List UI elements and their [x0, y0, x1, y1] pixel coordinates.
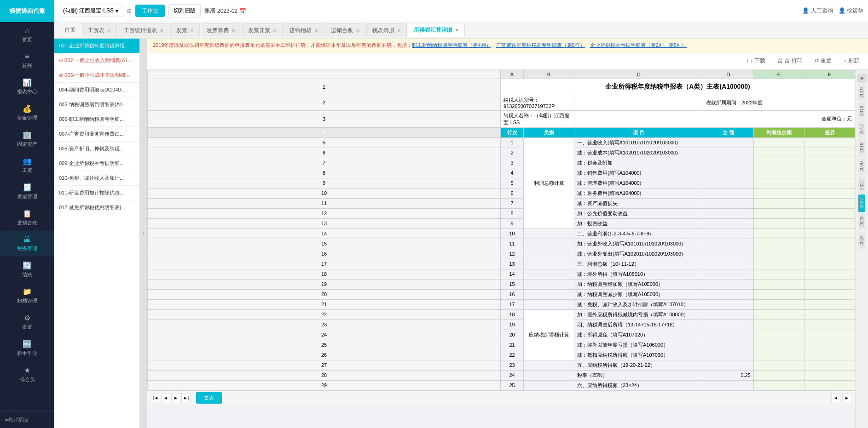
download-button[interactable]: ↓ ↓ 下载	[743, 55, 769, 67]
year-item-2020[interactable]: 2020	[858, 158, 865, 175]
tab-purchase-audit[interactable]: 进销稽核 ✕	[284, 23, 324, 37]
sidebar-item-reports[interactable]: 📊 报表中心	[0, 74, 54, 100]
cell-num[interactable]: 3	[501, 158, 524, 168]
year-item-2017[interactable]: 2017	[858, 120, 865, 138]
cell-item[interactable]: 减：抵扣应纳税所得额（填写A107030）	[574, 350, 703, 360]
cell-diff[interactable]	[804, 360, 855, 370]
tab-tax-table[interactable]: 税表清册 ✕	[366, 23, 407, 37]
cell-num[interactable]: 17	[501, 299, 524, 309]
company-selector[interactable]: (勾删) 江西服宝-LSS ▾	[59, 5, 123, 17]
tab-invoice-open[interactable]: 发票开票 ✕	[242, 23, 283, 37]
close-icon[interactable]: ✕	[190, 28, 194, 33]
cell-amount[interactable]	[703, 178, 754, 188]
cell-num[interactable]: 20	[501, 330, 524, 340]
cell-num[interactable]: 11	[501, 239, 524, 249]
cell-item[interactable]: 加：投资收益	[574, 218, 703, 228]
sidebar-item-settings[interactable]: ⚙ 设置	[0, 309, 54, 335]
cell-item[interactable]: 二、营业利润(1-2-3-4-5-6-7-8+9)	[574, 228, 703, 239]
cell-profit[interactable]	[754, 360, 804, 370]
print-button[interactable]: 🖨 🖨 打印	[774, 55, 805, 67]
cell-profit[interactable]	[754, 330, 804, 340]
cell-item[interactable]: 减：纳税调整减少额（填写A105000）	[574, 289, 703, 299]
scroll-left[interactable]: ◄	[831, 393, 840, 402]
close-icon[interactable]: ✕	[231, 28, 235, 33]
cell-num[interactable]: 8	[501, 208, 524, 218]
cell-amount[interactable]	[703, 380, 754, 390]
left-panel-item-007[interactable]: 007-广告费和业务宣传费跌...	[54, 127, 139, 142]
cell-num[interactable]: 13	[501, 259, 524, 269]
copy-icon[interactable]: ⊞	[127, 8, 132, 14]
cell-item[interactable]: 三、利润总额（10+11-12）	[574, 259, 703, 269]
cell-item[interactable]: 加：营业外收入(填写A101010\101020\103000)	[574, 239, 703, 249]
tab-invoice[interactable]: 发票 ✕	[170, 23, 200, 37]
cell-num[interactable]: 25	[501, 380, 524, 390]
tab-income-tax[interactable]: 所得税汇算清缴 ✕	[408, 23, 465, 37]
cell-item[interactable]: 减：资产减值损失	[574, 198, 703, 208]
cell-diff[interactable]	[804, 249, 855, 259]
cell-amount[interactable]	[703, 269, 754, 279]
cell-diff[interactable]	[804, 208, 855, 218]
cell-diff[interactable]	[804, 320, 855, 330]
cell-profit[interactable]	[754, 178, 804, 188]
cell-amount[interactable]	[703, 279, 754, 289]
left-panel-item-002[interactable]: 002-一般企业收入明细表(A1...	[54, 53, 139, 68]
cell-num[interactable]: 21	[501, 340, 524, 350]
cell-item[interactable]: 减：营业成本(填写A102010\102020\103000)	[574, 148, 703, 158]
cell-num[interactable]: 5	[501, 178, 524, 188]
cell-amount[interactable]	[703, 350, 754, 360]
left-panel-item-005[interactable]: 005-纳税调整项目明细表(A1...	[54, 97, 139, 112]
cell-diff[interactable]	[804, 350, 855, 360]
close-icon[interactable]: ✕	[107, 28, 111, 33]
cell-num[interactable]: 14	[501, 269, 524, 279]
cell-num[interactable]: 18	[501, 309, 524, 320]
sidebar-item-close[interactable]: 🔄 结账	[0, 257, 54, 283]
cell-amount[interactable]	[703, 158, 754, 168]
cell-profit[interactable]	[754, 239, 804, 249]
sheet-nav-last[interactable]: ►|	[181, 393, 191, 402]
cell-diff[interactable]	[804, 289, 855, 299]
cell-amount[interactable]	[703, 208, 754, 218]
cell-profit[interactable]	[754, 158, 804, 168]
reset-button[interactable]: ↺ 重置	[811, 55, 835, 67]
cell-num[interactable]: 15	[501, 279, 524, 289]
cell-amount[interactable]	[703, 198, 754, 208]
cell-profit[interactable]	[754, 249, 804, 259]
cell-diff[interactable]	[804, 259, 855, 269]
sidebar-item-vip[interactable]: ★ 畅会员	[0, 361, 54, 388]
cell-profit[interactable]	[754, 168, 804, 178]
sidebar-item-funds[interactable]: 💰 资金管理	[0, 100, 54, 126]
cell-amount[interactable]	[703, 309, 754, 320]
cell-num[interactable]: 7	[501, 198, 524, 208]
cell-item[interactable]: 六、应纳所得税额（23×24）	[574, 380, 703, 390]
year-item-2021[interactable]: 2021	[858, 176, 865, 194]
cell-profit[interactable]	[754, 320, 804, 330]
cell-amount[interactable]	[703, 188, 754, 198]
cell-diff[interactable]	[804, 239, 855, 249]
left-panel-item-010[interactable]: 010-免税、减计收入及加计...	[54, 171, 139, 186]
warning-link-3[interactable]: 企业所得税补亏损明细表（第2列、第8列）	[590, 42, 687, 48]
cell-num[interactable]: 12	[501, 249, 524, 259]
left-panel-item-011[interactable]: 011-研发费用加计扣除优惠...	[54, 186, 139, 200]
tab-payroll-stats[interactable]: 工资统计报表 ✕	[118, 23, 169, 37]
collapse-panel-button[interactable]: ‹	[140, 39, 147, 428]
cell-num[interactable]: 6	[501, 188, 524, 198]
cell-item[interactable]: 加：纳税调整增加额（填写A105000）	[574, 279, 703, 289]
tab-payroll[interactable]: 工资表 ✕	[82, 23, 117, 37]
cell-item[interactable]: 税率（25%）	[574, 370, 703, 380]
left-panel-item-004[interactable]: 004-期间费用明细表(A1040...	[54, 83, 139, 97]
cell-profit[interactable]	[754, 218, 804, 228]
tab-purchase-ledger[interactable]: 进销台账 ✕	[325, 23, 365, 37]
cell-profit[interactable]	[754, 228, 804, 239]
cell-num[interactable]: 19	[501, 320, 524, 330]
warning-link-2[interactable]: 广宣费跌年度纳税调整明细表（第8行）	[496, 42, 585, 48]
cell-amount[interactable]	[703, 320, 754, 330]
cell-item[interactable]: 加：境外应税所得抵减境内亏损（填写A108000）	[574, 309, 703, 320]
cell-item[interactable]: 减：销售费用(填写A104000)	[574, 168, 703, 178]
cell-num[interactable]: 24	[501, 370, 524, 380]
cell-item[interactable]: 减：境外所得（填写A108010）	[574, 269, 703, 279]
cell-amount[interactable]	[703, 340, 754, 350]
left-panel-item-003[interactable]: 003-一般企业成本支出明细...	[54, 68, 139, 83]
cell-num[interactable]: 4	[501, 168, 524, 178]
close-icon[interactable]: ✕	[455, 28, 459, 33]
sheet-nav-prev[interactable]: ◄	[161, 393, 170, 402]
